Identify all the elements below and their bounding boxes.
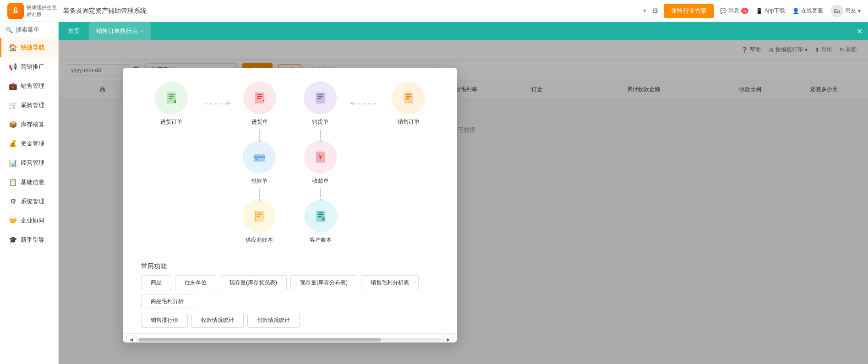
service-icon: 👤 xyxy=(792,8,799,14)
func-btn-product[interactable]: 商品 xyxy=(141,275,171,290)
trial-button[interactable]: 体验行业方案 xyxy=(664,4,714,18)
sales-icon: 💼 xyxy=(9,82,17,90)
arrow-v-receipt xyxy=(320,189,321,198)
flow-node-sales-bill[interactable]: 销货单 xyxy=(290,81,351,126)
purchase-icon: 🛒 xyxy=(9,101,17,109)
receipt-circle: ¥ xyxy=(304,141,337,174)
sidebar-item-finance[interactable]: 💰 资金管理 xyxy=(0,134,58,153)
func-btn-sales-rank[interactable]: 销售排行榜 xyxy=(141,313,188,328)
operations-icon: 📊 xyxy=(9,159,17,167)
svg-rect-3 xyxy=(169,98,172,99)
online-service-button[interactable]: 👤 在线客服 xyxy=(792,7,823,15)
message-badge: 5 xyxy=(741,8,748,14)
quick-nav-modal: 进货订单 xyxy=(123,68,457,342)
common-functions-title: 常用功能 xyxy=(141,262,439,271)
arrow-v-sales xyxy=(320,130,321,139)
sidebar-item-inventory[interactable]: 📦 库存核算 xyxy=(0,115,58,134)
flow-node-purchase-bill[interactable]: 进货单 xyxy=(229,81,290,126)
home-icon: 🏠 xyxy=(9,43,17,52)
scroll-right-button[interactable]: ▶ xyxy=(443,336,453,342)
svg-rect-5 xyxy=(257,94,262,95)
tab-sales-order[interactable]: 销售订单执行表 × xyxy=(89,22,151,40)
message-button[interactable]: 💬 消息 5 xyxy=(720,7,748,15)
flow-node-payment[interactable]: ¥ 付款单 xyxy=(229,141,290,185)
arrow-row-2 xyxy=(141,189,439,198)
flow-node-supplier-ledger[interactable]: 供应商账本 xyxy=(229,200,290,244)
sidebar-item-purchase[interactable]: 🛒 采购管理 xyxy=(0,96,58,115)
sidebar-item-sales[interactable]: 💼 销售管理 xyxy=(0,76,58,96)
flow-node-purchase-order[interactable]: 进货订单 xyxy=(141,81,202,126)
flow-node-sales-order[interactable]: 销售订单 xyxy=(378,81,439,126)
logo-icon: 6 xyxy=(7,3,24,19)
svg-rect-29 xyxy=(318,216,322,217)
func-btn-payment-stats[interactable]: 付款情况统计 xyxy=(247,313,300,328)
app-download-button[interactable]: 📱 App下载 xyxy=(756,7,785,15)
basic-info-icon: 📋 xyxy=(9,178,17,186)
newbie-icon: 🎓 xyxy=(9,236,17,244)
flow-row-3: 供应商账本 xyxy=(141,200,439,244)
sidebar: 🔍 搜索菜单 🏠 快捷导航 📢 营销推广 💼 销售管理 🛒 采购管理 📦 xyxy=(0,22,59,364)
svg-rect-14 xyxy=(406,96,411,97)
func-btn-sales-gross[interactable]: 销售毛利分析表 xyxy=(361,275,419,290)
sidebar-item-system[interactable]: ⚙ 系统管理 xyxy=(0,192,58,211)
func-btn-inventory-status[interactable]: 现存量(库存状况表) xyxy=(220,275,287,290)
system-icon: ⚙ xyxy=(9,197,17,206)
svg-rect-2 xyxy=(169,96,174,97)
top-bar-actions: 💬 消息 5 📱 App下载 👤 在线客服 Ea 用友 ▾ xyxy=(720,5,861,17)
content-area: 首页 销售订单执行表 × ✕ ❓ 帮助 xyxy=(59,22,868,364)
system-title: 装备及固定资产辅助管理系统 xyxy=(63,7,638,15)
search-menu-button[interactable]: 🔍 搜索菜单 xyxy=(0,22,58,38)
sidebar-item-marketing[interactable]: 📢 营销推广 xyxy=(0,57,58,76)
scroll-track[interactable] xyxy=(138,338,442,342)
supplier-ledger-circle xyxy=(243,200,276,233)
sidebar-item-collab[interactable]: 🤝 企业协同 xyxy=(0,211,58,230)
common-functions-section: 常用功能 商品 往来单位 现存量(库存状况表) 现存量(库存分布表) 销售毛利分… xyxy=(123,257,457,333)
svg-text:¥: ¥ xyxy=(255,158,258,162)
purchase-order-circle xyxy=(155,81,188,114)
svg-rect-11 xyxy=(317,98,321,99)
phone-icon: 📱 xyxy=(756,8,763,14)
svg-point-30 xyxy=(322,217,325,221)
sidebar-item-operations[interactable]: 📊 经营管理 xyxy=(0,153,58,173)
func-btn-counterpart[interactable]: 往来单位 xyxy=(175,275,216,290)
user-menu[interactable]: Ea 用友 ▾ xyxy=(830,5,861,17)
close-window-button[interactable]: ✕ xyxy=(857,27,863,36)
svg-rect-23 xyxy=(257,214,262,215)
sidebar-item-newbie[interactable]: 🎓 新手引导 xyxy=(0,230,58,250)
svg-rect-6 xyxy=(257,96,262,97)
sidebar-item-quick-nav[interactable]: 🏠 快捷导航 xyxy=(0,38,58,57)
arrow-h-1 xyxy=(202,103,229,104)
logo-area: 6 畅康通好生意 标准版 xyxy=(7,3,58,19)
tab-close-button[interactable]: × xyxy=(141,28,143,34)
svg-rect-24 xyxy=(257,216,260,217)
arrow-h-2: ◀ xyxy=(351,103,378,104)
func-buttons-row: 商品 往来单位 现存量(库存状况表) 现存量(库存分布表) 销售毛利分析表 商品… xyxy=(141,275,439,309)
svg-rect-22 xyxy=(257,212,262,213)
dropdown-arrow[interactable]: ▾ xyxy=(643,7,646,14)
tab-home[interactable]: 首页 xyxy=(59,22,89,40)
flow-node-customer-ledger[interactable]: 客户账本 xyxy=(290,200,351,244)
flow-node-receipt[interactable]: ¥ 收款单 xyxy=(290,141,351,185)
svg-rect-25 xyxy=(255,211,256,222)
func-btn-receipt-stats[interactable]: 收款情况统计 xyxy=(191,313,244,328)
settings-button[interactable]: ⚙ xyxy=(652,6,658,15)
svg-rect-15 xyxy=(406,98,409,99)
svg-rect-27 xyxy=(318,212,323,213)
svg-rect-1 xyxy=(169,94,174,95)
svg-rect-28 xyxy=(318,214,323,215)
arrow-v-payment xyxy=(259,189,260,198)
purchase-bill-circle xyxy=(243,81,276,114)
tab-bar: 首页 销售订单执行表 × ✕ xyxy=(59,22,868,40)
func-btn-product-gross[interactable]: 商品毛利分析 xyxy=(141,294,193,309)
scroll-left-button[interactable]: ◀ xyxy=(126,336,136,342)
flowchart-area: 进货订单 xyxy=(123,68,457,257)
modal-overlay: 进货订单 xyxy=(59,40,868,364)
message-icon: 💬 xyxy=(720,8,726,14)
sales-order-circle xyxy=(392,81,425,114)
func-btn-inventory-dist[interactable]: 现存量(库存分布表) xyxy=(290,275,357,290)
payment-circle: ¥ xyxy=(243,141,276,174)
svg-rect-7 xyxy=(257,98,261,99)
finance-icon: 💰 xyxy=(9,140,17,148)
sidebar-item-basic-info[interactable]: 📋 基础信息 xyxy=(0,173,58,192)
logo-text: 畅康通好生意 标准版 xyxy=(27,4,57,17)
